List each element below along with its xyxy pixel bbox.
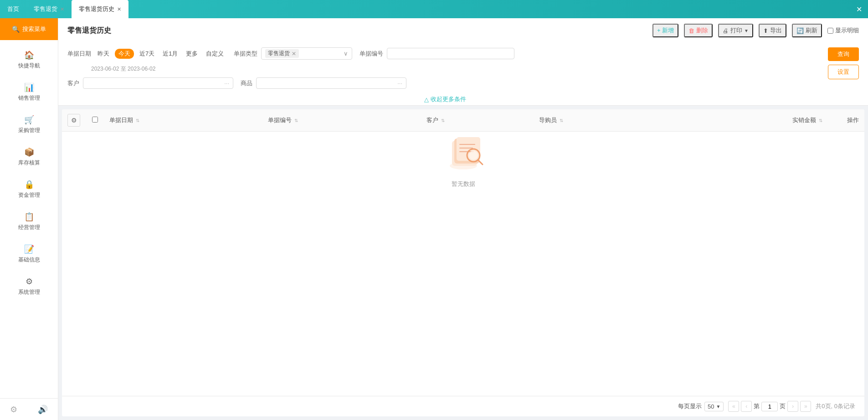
sidebar-item-business-mgmt[interactable]: 📋 经营管理 — [0, 205, 58, 238]
delete-icon: 🗑 — [688, 27, 694, 34]
filter-doc-number: 单据编号 — [360, 48, 514, 59]
goods-placeholder: ··· — [397, 80, 402, 87]
page-size-label: 每页显示 — [678, 402, 702, 410]
volume-icon[interactable]: 🔊 — [38, 405, 48, 415]
print-button[interactable]: 🖨 打印 ▼ — [718, 24, 753, 37]
delete-button[interactable]: 🗑 删除 — [684, 24, 713, 37]
sidebar-item-quick-nav[interactable]: 🏠 快捷导航 — [0, 44, 58, 76]
home-icon: 🏠 — [24, 50, 34, 60]
customer-placeholder: ··· — [224, 80, 229, 87]
page-number-input[interactable] — [761, 402, 778, 411]
date-opt-last7[interactable]: 近7天 — [137, 49, 157, 59]
sidebar-item-business-label: 经营管理 — [18, 224, 40, 231]
lock-icon: 🔒 — [24, 179, 34, 190]
th-doc-number[interactable]: 单据编号 ⇅ — [262, 109, 421, 132]
filter-goods-label: 商品 — [241, 79, 252, 87]
sort-icon-doc-date: ⇅ — [136, 118, 139, 123]
box-icon: 📦 — [24, 147, 34, 157]
doc-type-tag: 零售退货 ✕ — [265, 49, 299, 58]
page-size-value: 50 — [708, 403, 714, 410]
filter-settings-button[interactable]: 设置 — [828, 65, 859, 79]
sidebar-item-basic-label: 基础信息 — [18, 256, 40, 264]
sidebar-item-sales-mgmt[interactable]: 📊 销售管理 — [0, 76, 58, 108]
action-buttons: 查询 设置 — [822, 47, 859, 79]
sidebar-item-inventory[interactable]: 📦 库存核算 — [0, 141, 58, 173]
filter-row-2: 客户 ··· 商品 ··· — [67, 77, 822, 89]
doc-number-input[interactable] — [387, 48, 514, 59]
sidebar-item-basic-info[interactable]: 📝 基础信息 — [0, 238, 58, 270]
page-size-select: 每页显示 50 ▼ — [678, 402, 724, 411]
th-doc-date[interactable]: 单据日期 ⇅ — [104, 109, 262, 132]
page-title: 零售退货历史 — [67, 26, 111, 36]
export-button[interactable]: ⬆ 导出 — [759, 24, 786, 37]
table-section: ⚙ 单据日期 ⇅ 单据编号 ⇅ — [62, 109, 864, 416]
th-doc-number-label: 单据编号 — [268, 117, 292, 123]
show-detail-checkbox-label[interactable]: 显示明细 — [827, 26, 859, 35]
page-next-button[interactable]: › — [787, 401, 798, 412]
refresh-button[interactable]: 🔄 刷新 — [792, 24, 822, 37]
table-header-row: ⚙ 单据日期 ⇅ 单据编号 ⇅ — [62, 109, 864, 132]
sort-icon-doc-number: ⇅ — [294, 118, 298, 123]
tab-retail-return[interactable]: 零售退货 ✕ — [26, 0, 72, 18]
date-opt-last-month[interactable]: 近1月 — [160, 49, 180, 59]
delete-button-label: 删除 — [696, 26, 708, 35]
doc-type-select[interactable]: 零售退货 ✕ ∨ — [261, 47, 352, 60]
sidebar-item-quick-nav-label: 快捷导航 — [18, 62, 40, 70]
filter-date: 单据日期 昨天 今天 近7天 近1月 更多 自定义 — [67, 49, 226, 59]
th-guide-label: 导购员 — [539, 117, 557, 123]
page-header: 零售退货历史 + 新增 🗑 删除 🖨 打印 ▼ ⬆ — [58, 18, 868, 106]
window-close-button[interactable]: ✕ — [850, 0, 868, 18]
table-container: ⚙ 单据日期 ⇅ 单据编号 ⇅ — [62, 109, 864, 396]
sort-icon-amount: ⇅ — [819, 118, 822, 123]
sidebar-item-sales-label: 销售管理 — [18, 94, 40, 102]
th-customer[interactable]: 客户 ⇅ — [421, 109, 534, 132]
filter-doc-type: 单据类型 零售退货 ✕ ∨ — [234, 47, 352, 60]
settings-bottom-icon[interactable]: ⚙ — [10, 405, 17, 415]
sidebar: 🔍 搜索菜单 🏠 快捷导航 📊 销售管理 🛒 采购管理 📦 库存核算 🔒 — [0, 18, 58, 420]
th-amount-label: 实销金额 — [792, 117, 816, 123]
date-opt-today[interactable]: 今天 — [115, 49, 134, 59]
goods-input[interactable]: ··· — [256, 77, 406, 89]
page-last-button[interactable]: » — [800, 401, 811, 412]
sidebar-bottom: ⚙ 🔊 — [0, 398, 58, 420]
show-detail-checkbox[interactable] — [827, 28, 833, 34]
sidebar-item-purchase-mgmt[interactable]: 🛒 采购管理 — [0, 108, 58, 141]
content-area: 零售退货历史 + 新增 🗑 删除 🖨 打印 ▼ ⬆ — [58, 18, 868, 420]
sidebar-search[interactable]: 🔍 搜索菜单 — [0, 18, 58, 40]
date-opt-yesterday[interactable]: 昨天 — [95, 49, 112, 59]
doc-type-chevron-icon: ∨ — [344, 50, 348, 57]
tab-retail-return-history[interactable]: 零售退货历史 ✕ — [72, 0, 128, 18]
page-prev-button[interactable]: ‹ — [741, 401, 752, 412]
topbar-tabs: 首页 零售退货 ✕ 零售退货历史 ✕ — [0, 0, 850, 18]
tab-retail-return-history-close[interactable]: ✕ — [117, 6, 121, 12]
doc-icon: 📝 — [24, 244, 34, 254]
sidebar-item-system-mgmt[interactable]: ⚙ 系统管理 — [0, 270, 58, 302]
th-actions-label: 操作 — [847, 117, 859, 123]
export-icon: ⬆ — [763, 27, 768, 34]
sidebar-item-finance-mgmt[interactable]: 🔒 资金管理 — [0, 173, 58, 205]
tab-retail-return-close[interactable]: ✕ — [60, 6, 64, 12]
date-range-text: 2023-06-02 至 2023-06-02 — [91, 66, 155, 72]
customer-input[interactable]: ··· — [83, 77, 233, 89]
page-first-button[interactable]: « — [728, 401, 739, 412]
show-detail-label: 显示明细 — [835, 26, 859, 35]
filter-doc-type-label: 单据类型 — [234, 50, 257, 58]
page-size-dropdown[interactable]: 50 ▼ — [704, 402, 724, 411]
sidebar-search-label: 搜索菜单 — [22, 25, 46, 33]
th-guide[interactable]: 导购员 ⇅ — [534, 109, 669, 132]
date-range-display: 2023-06-02 至 2023-06-02 — [91, 64, 822, 73]
doc-type-tag-close[interactable]: ✕ — [292, 51, 296, 57]
tab-home[interactable]: 首页 — [0, 0, 26, 18]
date-opt-more[interactable]: 更多 — [183, 49, 200, 59]
collapse-bar[interactable]: △ 收起更多条件 — [67, 93, 822, 105]
add-button[interactable]: + 新增 — [652, 24, 678, 37]
tab-home-label: 首页 — [7, 5, 19, 13]
doc-type-tag-text: 零售退货 — [268, 50, 290, 57]
query-button[interactable]: 查询 — [828, 47, 859, 61]
select-all-checkbox[interactable] — [92, 117, 98, 123]
th-settings: ⚙ — [62, 109, 86, 132]
date-opt-custom[interactable]: 自定义 — [203, 49, 226, 59]
column-settings-button[interactable]: ⚙ — [67, 114, 80, 127]
filter-row-1: 单据日期 昨天 今天 近7天 近1月 更多 自定义 — [67, 47, 822, 60]
th-amount[interactable]: 实销金额 ⇅ — [669, 109, 828, 132]
